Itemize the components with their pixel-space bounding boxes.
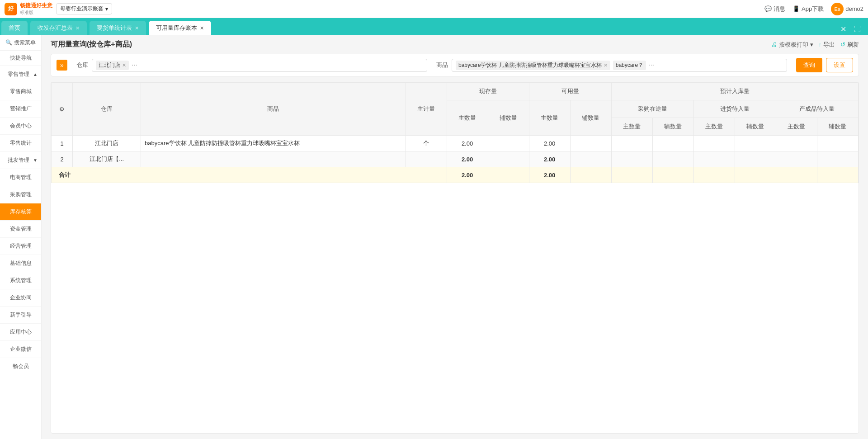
chat-button[interactable]: 💬 消息 [764, 5, 785, 13]
cell-purchase-main-1 [611, 136, 652, 151]
th-purchase-main: 主数量 [611, 118, 652, 136]
export-button[interactable]: ↑ 导出 [819, 41, 835, 49]
top-bar-left: 好 畅捷通好生意 标准版 母婴行业演示账套 ▾ [5, 2, 112, 16]
app-label: App下载 [802, 5, 824, 13]
product-tag-1-close-icon[interactable]: ✕ [604, 62, 608, 68]
footer-avail-aux-total [570, 167, 611, 183]
cell-purchase-main-2 [611, 151, 652, 167]
settings-button[interactable]: 设置 [826, 58, 853, 72]
sidebar-item-retail-store-label: 零售商城 [10, 88, 32, 95]
tab-yaohuo-close-icon[interactable]: ✕ [135, 25, 139, 31]
sidebar-item-retail-store[interactable]: 零售商城 [0, 83, 41, 100]
page-header: 可用量查询(按仓库+商品) 🖨 按模板打印 ▾ ↑ 导出 ↺ 刷新 [42, 35, 868, 54]
filter-toggle-button[interactable]: » [57, 60, 67, 71]
product-tag-2-label: babycare？ [616, 61, 643, 69]
sidebar-item-enterprise-wechat[interactable]: 企业微信 [0, 341, 41, 358]
th-avail-main: 主数量 [529, 100, 570, 136]
sidebar-item-purchase-label: 采购管理 [10, 191, 32, 198]
sidebar-item-retail-stats-label: 零售统计 [10, 139, 32, 147]
cell-unit-2 [406, 151, 447, 167]
th-warehouse: 仓库 [73, 83, 141, 136]
account-dropdown[interactable]: 母婴行业演示账套 ▾ [56, 3, 112, 14]
sidebar-item-wholesale-label: 批发管理 [4, 156, 33, 164]
footer-purchase-aux-total [652, 167, 693, 183]
th-available: 可用量 [529, 83, 611, 100]
footer-incoming-aux-total [735, 167, 776, 183]
main-layout: 🔍 搜索菜单 快捷导航 零售管理 ▲ 零售商城 营销推广 会员中心 零售统计 批… [0, 35, 868, 439]
th-unit: 主计量 [406, 83, 447, 136]
export-label: 导出 [823, 41, 835, 49]
th-produced-aux: 辅数量 [817, 118, 858, 136]
sidebar-item-finance[interactable]: 资金管理 [0, 221, 41, 238]
footer-produced-main-total [776, 167, 817, 183]
cell-seq-2: 2 [52, 151, 73, 167]
filter-actions: 查询 设置 [796, 58, 853, 72]
tab-yaohuo[interactable]: 要货单统计表 ✕ [90, 21, 146, 35]
query-button[interactable]: 查询 [796, 58, 822, 72]
sidebar-search[interactable]: 🔍 搜索菜单 [0, 35, 41, 51]
sidebar-item-retail-stats[interactable]: 零售统计 [0, 135, 41, 152]
th-produced-main: 主数量 [776, 118, 817, 136]
print-icon: 🖨 [771, 41, 777, 48]
app-download-button[interactable]: 📱 App下载 [793, 5, 824, 13]
sidebar-item-app-center[interactable]: 应用中心 [0, 324, 41, 341]
product-tag-container[interactable]: babycare学饮杯 儿童防摔防撞吸管杯重力球吸嘴杯宝宝水杯 ✕ babyca… [452, 59, 787, 72]
sidebar-item-inventory[interactable]: 库存核算 [0, 203, 41, 221]
refresh-button[interactable]: ↺ 刷新 [840, 41, 859, 49]
warehouse-tag-close-icon[interactable]: ✕ [122, 62, 126, 68]
product-tag-1: babycare学饮杯 儿童防摔防撞吸管杯重力球吸嘴杯宝宝水杯 ✕ [456, 61, 610, 70]
sidebar-item-newbie[interactable]: 新手引导 [0, 307, 41, 324]
cell-incoming-aux-1 [735, 136, 776, 151]
sidebar-item-vip[interactable]: 畅会员 [0, 358, 41, 375]
tab-yaohuo-label: 要货单统计表 [97, 24, 132, 32]
user-profile[interactable]: Ea demo2 [831, 3, 863, 15]
th-produced-pending: 产成品待入量 [776, 100, 858, 118]
sidebar-item-ecommerce[interactable]: 电商管理 [0, 169, 41, 186]
sidebar-item-enterprise-label: 企业协同 [10, 294, 32, 302]
sidebar-item-system[interactable]: 系统管理 [0, 272, 41, 289]
sidebar-item-enterprise[interactable]: 企业协同 [0, 289, 41, 307]
th-incoming-aux: 辅数量 [735, 118, 776, 136]
sidebar-item-basic-info[interactable]: 基础信息 [0, 255, 41, 272]
tab-close-all-button[interactable]: ✕ [839, 23, 848, 35]
tab-keyongliang-label: 可用量库存账本 [156, 24, 197, 32]
sidebar-quick-nav[interactable]: 快捷导航 [0, 51, 41, 66]
warehouse-tag-container[interactable]: 江北门店 ✕ ··· [92, 59, 427, 72]
tab-fullscreen-button[interactable]: ⛶ [852, 24, 863, 35]
tab-keyongliang-close-icon[interactable]: ✕ [200, 25, 204, 31]
tab-shoufacun-close-icon[interactable]: ✕ [75, 25, 80, 31]
th-product: 商品 [141, 83, 406, 136]
product-filter-group: 商品 babycare学饮杯 儿童防摔防撞吸管杯重力球吸嘴杯宝宝水杯 ✕ bab… [436, 59, 787, 72]
cell-warehouse-2: 江北门店【... [73, 151, 141, 167]
warehouse-filter-label: 仓库 [76, 61, 88, 69]
th-incoming-pending: 进货待入量 [693, 100, 776, 118]
sidebar-item-marketing-label: 营销推广 [10, 105, 32, 113]
logo-text-group: 畅捷通好生意 标准版 [20, 2, 52, 16]
data-table: ⚙ 仓库 商品 主计量 现存量 可用量 预计入库量 主数量 辅数量 主数量 辅数… [51, 82, 859, 183]
tab-shoufacun[interactable]: 收发存汇总表 ✕ [30, 21, 87, 35]
product-tag-1-label: babycare学饮杯 儿童防摔防撞吸管杯重力球吸嘴杯宝宝水杯 [458, 61, 602, 69]
sidebar-item-zero-retail[interactable]: 零售管理 ▲ [0, 66, 41, 83]
table-row: 2 江北门店【... 2.00 2.00 [52, 151, 859, 167]
cell-current-aux-1 [488, 136, 529, 151]
content-area: 可用量查询(按仓库+商品) 🖨 按模板打印 ▾ ↑ 导出 ↺ 刷新 [42, 35, 868, 439]
tab-keyongliang[interactable]: 可用量库存账本 ✕ [149, 21, 211, 35]
tab-home[interactable]: 首页 [1, 21, 28, 35]
logo-text: 畅捷通好生意 [20, 2, 52, 9]
print-dropdown-icon: ▾ [810, 41, 813, 48]
nav-tab-end: ✕ ⛶ [839, 23, 868, 35]
filter-toggle-icon: » [60, 61, 64, 69]
cell-incoming-aux-2 [735, 151, 776, 167]
sidebar-item-marketing[interactable]: 营销推广 [0, 100, 41, 118]
cell-product-1: babycare学饮杯 儿童防摔防撞吸管杯重力球吸嘴杯宝宝水杯 [141, 136, 406, 151]
sidebar-item-purchase[interactable]: 采购管理 [0, 186, 41, 203]
sidebar-item-operations[interactable]: 经营管理 [0, 238, 41, 255]
app-icon: 📱 [793, 5, 800, 12]
print-button[interactable]: 🖨 按模板打印 ▾ [771, 41, 813, 49]
tab-shoufacun-label: 收发存汇总表 [38, 24, 73, 32]
sidebar-item-wholesale[interactable]: 批发管理 ▼ [0, 152, 41, 169]
sidebar-item-member[interactable]: 会员中心 [0, 118, 41, 135]
sidebar-item-app-center-label: 应用中心 [10, 328, 32, 336]
page-title: 可用量查询(按仓库+商品) [51, 40, 132, 49]
th-settings[interactable]: ⚙ [52, 83, 73, 136]
